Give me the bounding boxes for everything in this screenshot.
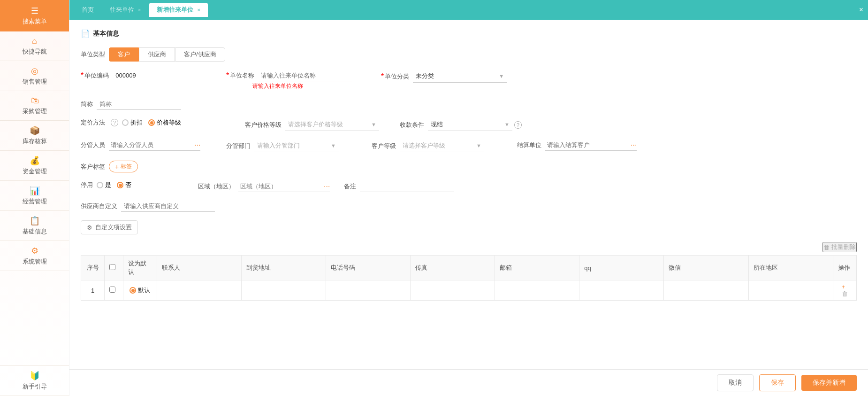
unit-category-value: 未分类: [416, 72, 434, 80]
pricing-help-icon[interactable]: ?: [111, 119, 118, 126]
row-wechat-input[interactable]: [669, 287, 743, 294]
customer-level-select[interactable]: 请选择客户等级 ▼: [400, 140, 484, 152]
inventory-icon: 📦: [30, 125, 40, 136]
tab-trading-partners[interactable]: 往来单位 ×: [102, 3, 148, 17]
batch-delete-label: 批量删除: [831, 243, 856, 251]
tab-trading-partners-close[interactable]: ×: [138, 7, 141, 13]
row-location-cell: [748, 280, 833, 301]
region-input[interactable]: [238, 181, 321, 192]
supplier-custom-input[interactable]: [121, 201, 215, 212]
batch-delete-section: 🗑 批量删除: [81, 242, 857, 252]
unit-category-label: 单位分类: [385, 72, 409, 81]
remark-input[interactable]: [360, 181, 454, 192]
settlement-unit-more-icon[interactable]: ···: [631, 141, 637, 149]
customer-price-level-label: 客户价格等级: [245, 121, 282, 129]
customer-price-level-select[interactable]: 请选择客户价格等级 ▼: [285, 118, 379, 131]
tab-bar-close-all[interactable]: ×: [859, 6, 863, 14]
sidebar-item-finance[interactable]: 💰 资金管理: [0, 151, 69, 181]
col-fax: 传真: [411, 256, 495, 280]
sidebar-item-sales[interactable]: ◎ 销售管理: [0, 61, 69, 91]
unit-code-label: 单位编码: [84, 71, 109, 80]
disable-no-option[interactable]: 否: [117, 181, 131, 189]
pricing-discount-radio[interactable]: [122, 119, 129, 126]
payment-terms-help-icon[interactable]: ?: [514, 121, 522, 129]
row-contact-input[interactable]: [162, 287, 236, 294]
unit-name-input[interactable]: [258, 70, 352, 81]
contacts-table: 序号 设为默认 联系人 到货地址 电话号码 传真 邮箱 qq 微信 所在地区 操…: [81, 255, 857, 301]
manager-input[interactable]: [109, 140, 191, 150]
settlement-unit-label: 结算单位: [517, 141, 541, 149]
row-add-icon[interactable]: +: [842, 283, 845, 290]
row-qq-input[interactable]: [584, 287, 659, 294]
tab-home[interactable]: 首页: [74, 3, 101, 17]
sidebar-item-operations[interactable]: 📊 经营管理: [0, 181, 69, 211]
save-new-button[interactable]: 保存并新增: [801, 375, 857, 391]
row-location-input[interactable]: [754, 287, 828, 294]
save-button[interactable]: 保存: [759, 374, 796, 391]
unit-type-supplier-btn[interactable]: 供应商: [139, 47, 175, 62]
unit-name-group: * 单位名称 请输入往来单位名称: [226, 70, 367, 90]
custom-settings-button[interactable]: ⚙ 自定义项设置: [81, 220, 138, 234]
plus-icon: +: [115, 163, 119, 171]
payment-terms-select[interactable]: 现结 ▼: [428, 118, 512, 131]
sidebar-item-system[interactable]: ⚙ 系统管理: [0, 241, 69, 271]
region-more-icon[interactable]: ···: [324, 182, 330, 191]
form-content: 📄 基本信息 单位类型 客户 供应商 客户/供应商 * 单位编码: [69, 20, 868, 369]
sidebar-item-quick-nav[interactable]: ⌂ 快捷导航: [0, 31, 69, 61]
row-fax-input[interactable]: [415, 287, 490, 294]
col-checkbox: [105, 256, 123, 280]
row-phone-input[interactable]: [331, 287, 405, 294]
pricing-discount-option[interactable]: 折扣: [122, 118, 143, 127]
row-address-input[interactable]: [246, 287, 321, 294]
main-area: 首页 往来单位 × 新增往来单位 × × 📄 基本信息 单位类型 客户 供应商 …: [69, 0, 868, 396]
department-select[interactable]: 请输入分管部门 ▼: [254, 140, 339, 152]
unit-type-customer-btn[interactable]: 客户: [109, 47, 139, 62]
sidebar-item-basic-info[interactable]: 📋 基础信息: [0, 211, 69, 241]
disable-row: 停用 是 否 区域（地区） ···: [81, 181, 857, 192]
tab-new-partner-close[interactable]: ×: [197, 7, 200, 13]
sidebar-item-guide[interactable]: 🔰 新手引导: [0, 365, 69, 396]
sidebar-item-purchase[interactable]: 🛍 采购管理: [0, 91, 69, 121]
supplier-custom-row: 供应商自定义: [81, 201, 857, 212]
batch-delete-icon: 🗑: [823, 244, 830, 251]
disable-yes-option[interactable]: 是: [97, 181, 111, 189]
sidebar-item-operations-label: 经营管理: [23, 197, 47, 206]
settlement-unit-input[interactable]: [545, 140, 628, 150]
tags-row: 客户标签 + 标签: [81, 161, 857, 172]
disable-radios: 是 否: [97, 181, 131, 189]
remark-group: 备注: [344, 181, 475, 192]
unit-type-buttons: 客户 供应商 客户/供应商: [109, 47, 225, 62]
row-default-radio-option[interactable]: 默认: [128, 286, 152, 295]
row-qq-cell: [579, 280, 664, 301]
select-all-checkbox[interactable]: [109, 264, 115, 270]
sales-icon: ◎: [31, 66, 38, 76]
disable-yes-radio[interactable]: [97, 182, 103, 188]
abbr-input[interactable]: [97, 99, 181, 110]
cancel-button[interactable]: 取消: [717, 374, 754, 391]
row-default-radio[interactable]: [129, 287, 136, 294]
customer-level-group: 客户等级 请选择客户等级 ▼: [372, 140, 503, 152]
pricing-price-level-option[interactable]: 价格等级: [148, 118, 181, 127]
row-seq: 1: [81, 280, 105, 301]
row-wechat-cell: [664, 280, 748, 301]
manager-more-icon[interactable]: ···: [194, 141, 200, 149]
col-seq: 序号: [81, 256, 105, 280]
row-checkbox[interactable]: [109, 287, 115, 293]
unit-type-both-btn[interactable]: 客户/供应商: [175, 47, 225, 62]
row-fax-cell: [411, 280, 495, 301]
col-actions: 操作: [833, 256, 856, 280]
add-tag-button[interactable]: + 标签: [109, 161, 138, 172]
disable-no-radio[interactable]: [117, 182, 123, 188]
finance-icon: 💰: [30, 155, 40, 166]
sidebar-item-search[interactable]: ☰ 搜索菜单: [0, 0, 69, 31]
unit-code-required-star: *: [81, 71, 84, 80]
sidebar-item-inventory[interactable]: 📦 库存核算: [0, 121, 69, 151]
row-delete-icon[interactable]: 🗑: [842, 290, 848, 297]
batch-delete-button[interactable]: 🗑 批量删除: [822, 242, 857, 252]
sidebar-item-quick-nav-label: 快捷导航: [23, 47, 47, 56]
row-email-input[interactable]: [500, 287, 574, 294]
unit-category-select[interactable]: 未分类 ▼: [413, 70, 507, 83]
unit-code-input[interactable]: [113, 70, 197, 81]
pricing-price-level-radio[interactable]: [148, 119, 155, 126]
tab-new-partner[interactable]: 新增往来单位 ×: [149, 3, 207, 17]
